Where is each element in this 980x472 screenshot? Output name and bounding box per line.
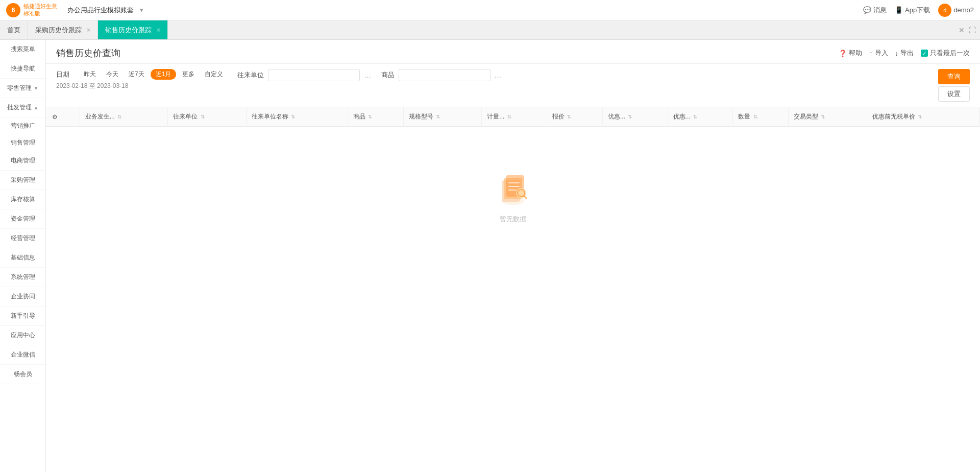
th-discount1[interactable]: 优惠... ⇅ <box>602 107 668 127</box>
empty-icon <box>493 168 533 208</box>
sort-discount1-icon: ⇅ <box>628 114 632 120</box>
topbar-user[interactable]: d demo2 <box>938 4 974 17</box>
close-window-btn[interactable]: ✕ <box>959 26 965 34</box>
sort-spec-icon: ⇅ <box>436 114 440 120</box>
th-unit-measure[interactable]: 计量... ⇅ <box>482 107 547 127</box>
sidebar-appcenter-label: 应用中心 <box>11 331 35 340</box>
logo-icon: 6 <box>6 3 20 17</box>
unit-dots[interactable]: ... <box>364 70 371 80</box>
avatar: d <box>938 4 951 17</box>
only-last-checkbox[interactable]: ✓ 只看最后一次 <box>921 49 970 58</box>
sort-pre-tax-icon: ⇅ <box>918 114 922 120</box>
tab-actions: ✕ ⛶ <box>959 26 980 34</box>
logo-area: 6 畅捷通好生意 标准版 <box>6 3 57 17</box>
sidebar-item-ecommerce[interactable]: 电商管理 <box>0 151 45 171</box>
export-btn[interactable]: ↓ 导出 <box>895 49 914 58</box>
date-opt-7days[interactable]: 近7天 <box>125 69 149 80</box>
help-btn[interactable]: ❓ 帮助 <box>839 49 862 58</box>
th-business-date[interactable]: 业务发生... ⇅ <box>80 107 167 127</box>
page-header: 销售历史价查询 ❓ 帮助 ↑ 导入 ↓ 导出 ✓ 只看最后一次 <box>46 40 980 64</box>
th-product[interactable]: 商品 ⇅ <box>348 107 403 127</box>
sidebar-item-newbie[interactable]: 新手引导 <box>0 306 45 326</box>
date-opt-yesterday[interactable]: 昨天 <box>80 69 100 80</box>
settings-button[interactable]: 设置 <box>938 86 970 102</box>
th-quote[interactable]: 报价 ⇅ <box>547 107 602 127</box>
topbar: 6 畅捷通好生意 标准版 办公用品行业模拟账套 ▾ 💬 消息 📱 App下载 d… <box>0 0 980 20</box>
tabbar: 首页 采购历史价跟踪 × 销售历史价跟踪 × ✕ ⛶ <box>0 20 980 40</box>
topbar-right: 💬 消息 📱 App下载 d demo2 <box>863 4 974 17</box>
sidebar-item-retail[interactable]: 零售管理 ▼ <box>0 79 45 98</box>
help-label: 帮助 <box>849 49 862 58</box>
tab-home-label: 首页 <box>7 26 20 35</box>
topbar-title: 办公用品行业模拟账套 <box>67 6 134 15</box>
sidebar-item-app-center[interactable]: 应用中心 <box>0 326 45 345</box>
tab-purchase-close[interactable]: × <box>87 27 90 34</box>
sidebar-item-wholesale[interactable]: 批发管理 ▲ <box>0 98 45 117</box>
page-title: 销售历史价查询 <box>56 47 120 59</box>
th-trade-type[interactable]: 交易类型 ⇅ <box>789 107 867 127</box>
tab-purchase-history[interactable]: 采购历史价跟踪 × <box>28 20 98 39</box>
sidebar-vip-label: 畅会员 <box>14 370 32 379</box>
page-header-actions: ❓ 帮助 ↑ 导入 ↓ 导出 ✓ 只看最后一次 <box>839 49 970 58</box>
date-opt-today[interactable]: 今天 <box>102 69 122 80</box>
sidebar-retail-label: 零售管理 <box>7 84 32 92</box>
filter-bar: 日期 昨天 今天 近7天 近1月 更多 自定义 2023-02-18 至 202… <box>46 64 980 107</box>
empty-state: 暂无数据 <box>46 127 980 265</box>
th-qty[interactable]: 数量 ⇅ <box>733 107 789 127</box>
topbar-message[interactable]: 💬 消息 <box>863 6 887 15</box>
sidebar-item-quick-nav[interactable]: 快捷导航 <box>0 59 45 79</box>
maximize-window-btn[interactable]: ⛶ <box>969 26 976 34</box>
th-unit-name[interactable]: 往来单位名称 ⇅ <box>247 107 348 127</box>
table-area: ⚙ 业务发生... ⇅ 往来单位 ⇅ 往来单位名称 ⇅ <box>46 107 980 472</box>
sort-unit-name-icon: ⇅ <box>291 114 295 120</box>
product-input[interactable] <box>399 69 491 81</box>
th-unit-code[interactable]: 往来单位 ⇅ <box>168 107 247 127</box>
date-opt-1month[interactable]: 近1月 <box>151 69 177 80</box>
sidebar-item-marketing[interactable]: 营销推广 <box>0 117 45 134</box>
sidebar-item-basic-info[interactable]: 基础信息 <box>0 248 45 268</box>
message-label: 消息 <box>873 6 887 15</box>
sort-unit-code-icon: ⇅ <box>201 114 205 120</box>
search-button[interactable]: 查询 <box>938 69 970 84</box>
import-btn[interactable]: ↑ 导入 <box>869 49 888 58</box>
sort-discount2-icon: ⇅ <box>693 114 697 120</box>
th-gear[interactable]: ⚙ <box>46 107 80 127</box>
sidebar-item-inventory[interactable]: 库存核算 <box>0 190 45 209</box>
date-options: 昨天 今天 近7天 近1月 更多 自定义 <box>80 69 227 80</box>
tab-sales-close[interactable]: × <box>157 27 160 34</box>
th-discount2[interactable]: 优惠... ⇅ <box>668 107 733 127</box>
date-opt-more[interactable]: 更多 <box>178 69 199 80</box>
sidebar-item-sales-mgmt[interactable]: 销售管理 <box>0 134 45 151</box>
main-layout: 搜索菜单 快捷导航 零售管理 ▼ 批发管理 ▲ 营销推广 销售管理 电商管理 采… <box>0 40 980 472</box>
th-pre-tax-price[interactable]: 优惠前无税单价 ⇅ <box>867 107 979 127</box>
sidebar-purchase-label: 采购管理 <box>11 176 35 184</box>
sidebar-item-finance[interactable]: 资金管理 <box>0 209 45 229</box>
sidebar-item-wechat[interactable]: 企业微信 <box>0 345 45 365</box>
product-dots[interactable]: ... <box>495 70 501 80</box>
topbar-dropdown-icon[interactable]: ▾ <box>140 6 143 14</box>
tab-sales-history[interactable]: 销售历史价跟踪 × <box>98 20 168 39</box>
sidebar-item-enterprise[interactable]: 企业协同 <box>0 287 45 306</box>
empty-text: 暂无数据 <box>500 215 526 224</box>
sidebar-item-vip[interactable]: 畅会员 <box>0 365 45 384</box>
date-opt-custom[interactable]: 自定义 <box>201 69 227 80</box>
sidebar-wholesale-label: 批发管理 <box>7 103 32 112</box>
sidebar-wechat-label: 企业微信 <box>11 350 35 359</box>
sidebar-item-operations[interactable]: 经营管理 <box>0 229 45 248</box>
checkbox-icon: ✓ <box>921 50 928 57</box>
only-last-label: 只看最后一次 <box>930 49 970 58</box>
tab-home[interactable]: 首页 <box>0 20 28 39</box>
unit-input[interactable] <box>268 69 360 81</box>
tab-sales-label: 销售历史价跟踪 <box>105 26 152 35</box>
topbar-left: 6 畅捷通好生意 标准版 办公用品行业模拟账套 ▾ <box>6 3 143 17</box>
topbar-app-download[interactable]: 📱 App下载 <box>895 6 930 15</box>
sidebar-item-purchase[interactable]: 采购管理 <box>0 171 45 190</box>
sort-trade-type-icon: ⇅ <box>821 114 825 120</box>
sidebar-finance-label: 资金管理 <box>11 215 35 223</box>
sidebar-item-system[interactable]: 系统管理 <box>0 268 45 287</box>
sidebar-item-search-menu[interactable]: 搜索菜单 <box>0 40 45 59</box>
app-download-label: App下载 <box>905 6 930 15</box>
logo-text: 畅捷通好生意 标准版 <box>23 3 57 16</box>
sidebar: 搜索菜单 快捷导航 零售管理 ▼ 批发管理 ▲ 营销推广 销售管理 电商管理 采… <box>0 40 46 472</box>
th-spec[interactable]: 规格型号 ⇅ <box>403 107 482 127</box>
